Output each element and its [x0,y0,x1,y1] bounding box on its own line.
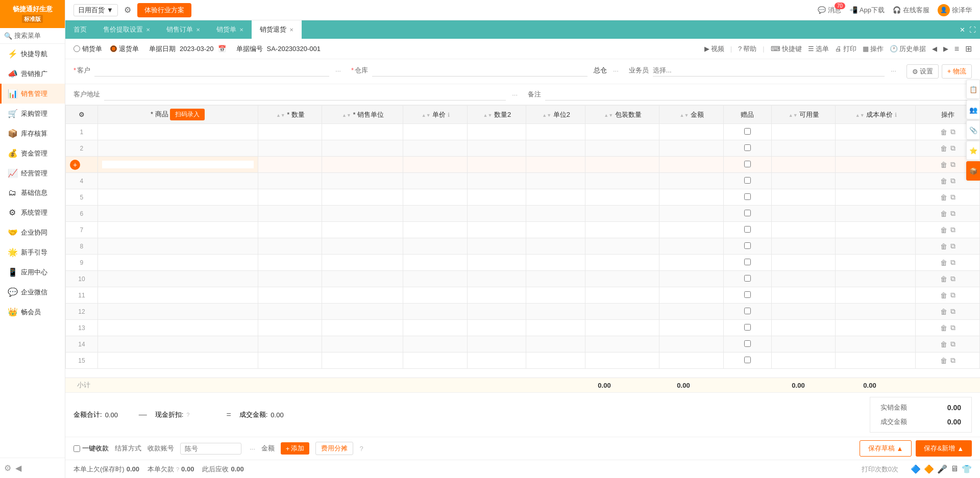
available-cell[interactable] [771,157,836,173]
tab-price-settings-close[interactable]: ✕ [146,27,150,33]
data-cell[interactable] [659,238,724,255]
customer-input[interactable] [94,64,329,77]
copy-row-icon[interactable]: ⧉ [950,340,955,348]
product-input[interactable] [102,161,254,168]
data-cell[interactable] [659,287,724,304]
data-cell[interactable] [585,173,659,189]
prev-record-icon[interactable]: ◀ [932,45,937,53]
data-cell[interactable] [585,287,659,304]
experience-button[interactable]: 体验行业方案 [137,3,191,17]
data-cell[interactable] [403,320,468,336]
user-menu[interactable]: 👤 徐泽华 [938,4,972,16]
data-cell[interactable] [403,287,468,304]
topbar-settings-icon[interactable]: ⚙ [124,5,131,15]
cost-price-cell[interactable] [836,173,916,189]
delete-row-icon[interactable]: 🗑 [940,177,947,185]
data-cell[interactable] [659,353,724,369]
gift-checkbox[interactable] [744,210,751,216]
data-cell[interactable] [659,255,724,271]
shortcut-btn[interactable]: ⌨ 快捷键 [771,44,802,54]
gift-cell[interactable] [723,304,771,320]
data-cell[interactable] [467,320,526,336]
cost-price-cell[interactable] [836,336,916,353]
data-cell[interactable] [322,336,403,353]
data-cell[interactable] [585,336,659,353]
data-cell[interactable] [585,140,659,157]
product-cell[interactable] [97,173,258,189]
data-cell[interactable] [258,304,322,320]
radio-sales-input[interactable] [74,45,80,52]
data-cell[interactable] [258,140,322,157]
gift-cell[interactable] [723,206,771,222]
data-cell[interactable] [526,238,585,255]
tab-sales-return[interactable]: 销货退货 ✕ [252,20,302,39]
data-cell[interactable] [467,271,526,287]
delete-row-icon[interactable]: 🗑 [940,144,947,153]
gift-cell[interactable] [723,124,771,140]
gift-cell[interactable] [723,173,771,189]
data-cell[interactable] [526,173,585,189]
sidebar-item-appstore[interactable]: 📱 应用中心 [0,262,65,282]
copy-row-icon[interactable]: ⧉ [950,307,955,316]
save-new-button[interactable]: 保存&新增 ▲ [916,440,972,457]
data-cell[interactable] [258,222,322,238]
delete-row-icon[interactable]: 🗑 [940,210,947,218]
tab-sales-delivery-close[interactable]: ✕ [239,27,243,33]
data-cell[interactable] [585,206,659,222]
gift-checkbox[interactable] [744,161,751,167]
data-cell[interactable] [659,189,724,206]
data-cell[interactable] [322,124,403,140]
data-cell[interactable] [322,320,403,336]
gift-cell[interactable] [723,255,771,271]
data-cell[interactable] [467,238,526,255]
warehouse-input[interactable] [372,64,587,77]
warehouse-lookup-icon[interactable]: ··· [613,67,619,74]
data-cell[interactable] [322,189,403,206]
gift-checkbox[interactable] [744,128,751,135]
data-cell[interactable] [526,353,585,369]
delete-row-icon[interactable]: 🗑 [940,259,947,267]
cost-price-cell[interactable] [836,255,916,271]
gift-cell[interactable] [723,140,771,157]
tab-sales-order[interactable]: 销售订单 ✕ [158,20,208,39]
data-cell[interactable] [322,238,403,255]
data-cell[interactable] [526,336,585,353]
cost-price-info-icon[interactable]: ℹ [895,112,897,118]
available-cell[interactable] [771,222,836,238]
delete-row-icon[interactable]: 🗑 [940,275,947,283]
delete-row-icon[interactable]: 🗑 [940,128,947,136]
cost-price-cell[interactable] [836,304,916,320]
radio-sales[interactable]: 销货单 [74,44,102,54]
gift-checkbox[interactable] [744,324,751,331]
sidebar-item-enterprise[interactable]: 🤝 企业协同 [0,222,65,242]
data-cell[interactable] [258,271,322,287]
data-cell[interactable] [585,238,659,255]
data-cell[interactable] [258,336,322,353]
product-cell[interactable] [97,255,258,271]
delete-row-icon[interactable]: 🗑 [940,242,947,250]
data-cell[interactable] [467,336,526,353]
available-cell[interactable] [771,336,836,353]
product-cell[interactable] [97,271,258,287]
data-cell[interactable] [322,287,403,304]
maximize-icon[interactable]: ⛶ [969,26,976,34]
product-cell[interactable] [97,336,258,353]
video-action-btn[interactable]: ▶ 视频 [704,44,724,54]
gift-checkbox[interactable] [744,144,751,151]
product-cell[interactable] [97,320,258,336]
copy-row-icon[interactable]: ⧉ [950,356,955,365]
data-cell[interactable] [403,238,468,255]
data-cell[interactable] [322,222,403,238]
account-number-input[interactable] [180,443,241,455]
tab-sales-order-close[interactable]: ✕ [196,27,200,33]
industry-selector[interactable]: 日用百货 ▼ [74,4,118,16]
tab-home[interactable]: 首页 [65,20,95,39]
available-cell[interactable] [771,140,836,157]
operate-btn[interactable]: ▦ 操作 [863,44,884,54]
product-cell[interactable] [97,189,258,206]
product-cell[interactable] [97,140,258,157]
available-cell[interactable] [771,255,836,271]
data-cell[interactable] [526,140,585,157]
tab-sales-delivery[interactable]: 销货单 ✕ [208,20,252,39]
one-click-checkbox-input[interactable] [74,445,80,452]
